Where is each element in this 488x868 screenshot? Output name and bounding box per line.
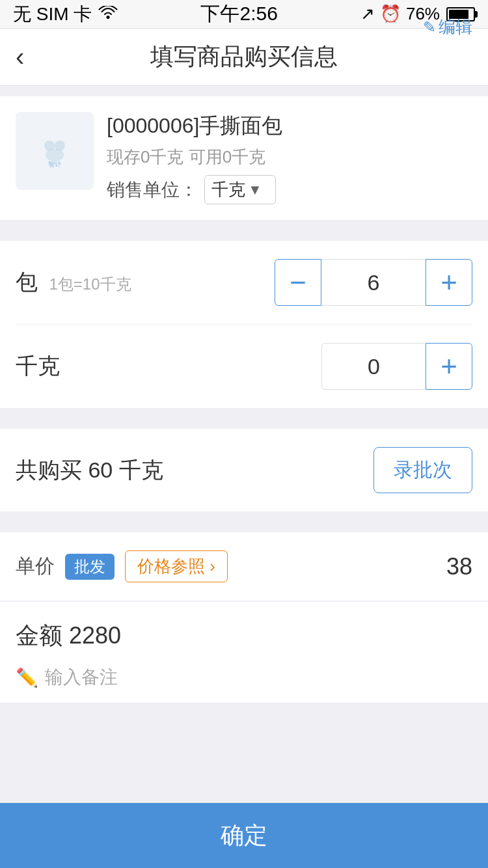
amount-value: 2280 [69,622,121,649]
product-name: [0000006]手撕面包 [107,112,472,141]
decrease-bao-button[interactable]: − [275,259,321,306]
edit-label: 编辑 [439,16,472,38]
divider-1 [0,220,488,230]
back-button[interactable]: ‹ [16,42,24,72]
unit-label: 销售单位： [107,178,198,202]
divider-3 [0,511,488,522]
price-label: 单价 [16,553,55,580]
product-card: 智计 [0000006]手撕面包 现存0千克 可用0千克 销售单位： 千克 ▼ … [0,96,488,220]
confirm-button-label: 确定 [221,820,267,852]
time-display: 下午2:56 [200,1,277,27]
record-batch-button[interactable]: 录批次 [373,447,472,493]
status-left: 无 SIM 卡 [13,2,118,27]
nav-bar: ‹ 填写商品购买信息 [0,29,488,86]
qty-input-kg[interactable] [321,343,426,390]
remark-row[interactable]: ✏️ 输入备注 [16,665,472,690]
svg-text:智计: 智计 [47,161,62,168]
amount-label: 金额 [16,622,62,649]
total-section: 共购买 60 千克 录批次 [0,429,488,511]
amount-section: 金额 2280 ✏️ 输入备注 [0,602,488,703]
unit-select[interactable]: 千克 ▼ [204,175,276,204]
product-stock: 现存0千克 可用0千克 [107,146,472,169]
divider-2 [0,408,488,418]
confirm-button[interactable]: 确定 [0,803,488,868]
increase-bao-button[interactable]: + [426,259,472,306]
wifi-icon [98,4,118,25]
price-section: 单价 批发 价格参照 › 38 [0,532,488,601]
price-value: 38 [446,553,472,580]
svg-point-3 [46,148,64,161]
total-unit: 千克 [119,457,163,482]
product-thumbnail: 智计 [16,112,94,190]
qty-row-bao: 包 1包=10千克 − + [16,241,472,325]
pencil-icon: ✏️ [16,667,38,688]
qty-hint-bao: 1包=10千克 [49,275,131,293]
edit-icon: ✎ [423,18,436,36]
qty-controls-kg: + [321,343,472,390]
amount-row: 金额 2280 [16,620,472,652]
carrier-text: 无 SIM 卡 [13,2,92,27]
product-unit-row: 销售单位： 千克 ▼ [107,175,472,204]
alarm-icon: ⏰ [380,4,401,24]
status-bar: 无 SIM 卡 下午2:56 ↗ ⏰ 76% [0,0,488,29]
qty-controls-bao: − + [275,259,472,306]
increase-kg-button[interactable]: + [426,343,472,390]
svg-point-0 [107,16,110,19]
location-icon: ↗ [360,4,375,24]
unit-dropdown-icon: ▼ [248,182,262,198]
total-label: 共购买 [16,457,82,482]
qty-label-kg: 千克 [16,351,321,381]
quantity-section: 包 1包=10千克 − + 千克 + [0,241,488,408]
batch-badge: 批发 [65,554,115,580]
total-text: 共购买 60 千克 [16,455,163,485]
product-info: [0000006]手撕面包 现存0千克 可用0千克 销售单位： 千克 ▼ [107,112,472,204]
edit-button[interactable]: ✎ 编辑 [423,16,472,38]
remark-placeholder: 输入备注 [45,665,118,690]
qty-row-kg: 千克 + [16,325,472,408]
unit-value: 千克 [211,178,245,201]
price-reference-button[interactable]: 价格参照 › [125,550,228,582]
qty-label-bao: 包 1包=10千克 [16,267,275,297]
qty-input-bao[interactable] [321,259,426,306]
page-title: 填写商品购买信息 [150,41,338,73]
total-value: 60 [88,457,113,482]
